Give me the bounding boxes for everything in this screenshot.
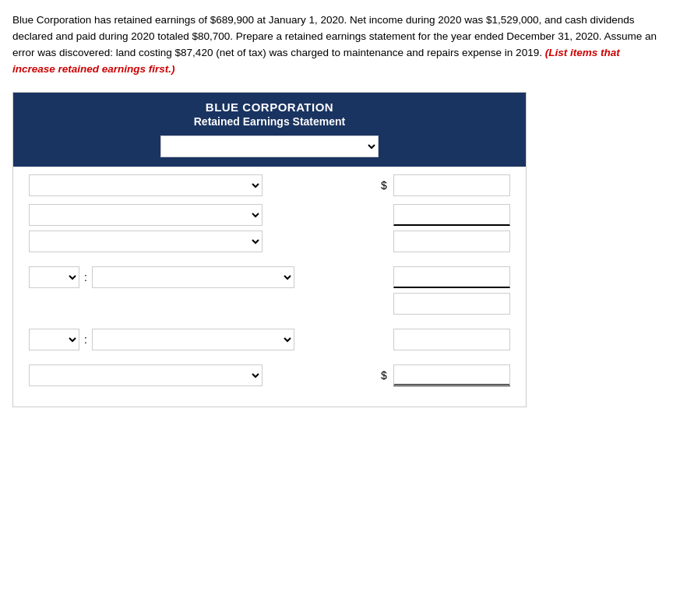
row1-select[interactable]: Retained Earnings, January 1 Net Income … (29, 174, 263, 196)
row3-input[interactable] (393, 231, 510, 252)
row7-right: $ (381, 364, 510, 386)
row4-right: $ (381, 266, 510, 288)
row7-input[interactable] (393, 364, 510, 386)
row7-dollar: $ (381, 369, 390, 382)
form-row-4: Add Less : Prior period adjustment Corre… (29, 266, 510, 288)
row4-input[interactable] (393, 266, 510, 288)
form-row-7: Retained Earnings, December 31 Retained … (29, 364, 510, 386)
row4-colon: : (84, 271, 87, 283)
statement-header: BLUE CORPORATION Retained Earnings State… (13, 93, 526, 167)
row6-right: $ (381, 329, 510, 350)
row1-input[interactable] (393, 174, 510, 196)
row4-wide-select[interactable]: Prior period adjustment Correction of er… (92, 266, 294, 288)
row5-right: $ (381, 293, 510, 315)
row3-select[interactable]: Net Income Prior Period Adjustment Divid… (29, 231, 263, 252)
row6-input[interactable] (393, 329, 510, 350)
row2-right: $ (381, 204, 510, 226)
form-row-5: $ (29, 293, 510, 315)
statement-body: Retained Earnings, January 1 Net Income … (13, 167, 526, 407)
statement-container: BLUE CORPORATION Retained Earnings State… (12, 92, 527, 407)
intro-paragraph: Blue Corporation has retained earnings o… (12, 12, 661, 78)
form-row-6: Add Less : Prior period adjustment Corre… (29, 329, 510, 350)
row5-input[interactable] (393, 293, 510, 315)
row3-right: $ (381, 231, 510, 252)
row2-select[interactable]: Net Income Prior Period Adjustment Divid… (29, 204, 263, 226)
form-row-2: Net Income Prior Period Adjustment Divid… (29, 204, 510, 226)
row6-wide-select[interactable]: Prior period adjustment Correction of er… (92, 329, 294, 350)
row6-colon: : (84, 333, 87, 346)
row7-select[interactable]: Retained Earnings, December 31 Retained … (29, 364, 263, 386)
row6-small-select[interactable]: Add Less (29, 329, 79, 350)
year-dropdown[interactable]: For the Year Ended December 31, 2020 For… (160, 136, 379, 157)
row1-dollar: $ (381, 179, 390, 192)
form-row-1: Retained Earnings, January 1 Net Income … (29, 174, 510, 196)
statement-title: Retained Earnings Statement (13, 115, 526, 128)
row4-small-select[interactable]: Add Less (29, 266, 79, 288)
row1-right: $ (381, 174, 510, 196)
form-row-3: Net Income Prior Period Adjustment Divid… (29, 231, 510, 252)
company-name: BLUE CORPORATION (13, 100, 526, 114)
row2-input[interactable] (393, 204, 510, 226)
